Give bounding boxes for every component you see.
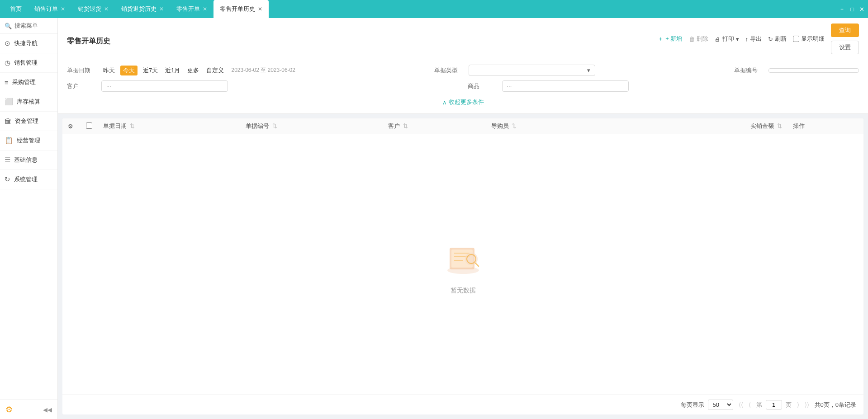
sidebar-item-finance[interactable]: 🏛 资金管理 — [0, 112, 57, 131]
svg-line-8 — [475, 263, 479, 266]
tab-home[interactable]: 首页 — [4, 0, 28, 18]
query-button[interactable]: 查询 — [831, 24, 859, 37]
goods-label: 商品 — [468, 82, 493, 90]
maximize-btn[interactable]: □ — [850, 6, 854, 13]
collapse-sidebar-icon[interactable]: ◀◀ — [43, 406, 52, 413]
sort-customer-icon: ⇅ — [403, 122, 408, 129]
date-opt-custom[interactable]: 自定义 — [204, 66, 226, 75]
th-action: 操作 — [787, 118, 863, 134]
sidebar-item-basic-info[interactable]: ☰ 基础信息 — [0, 151, 57, 170]
inventory-icon: ⬜ — [5, 98, 13, 106]
close-btn[interactable]: ✕ — [859, 6, 864, 13]
content-area: 零售开单历史 ＋ + 新增 🗑 删除 🖨 打印 ▾ ↑ 导出 — [58, 18, 868, 419]
empty-illustration — [441, 234, 486, 279]
print-button[interactable]: 🖨 打印 ▾ — [715, 35, 739, 43]
show-detail-input[interactable] — [793, 36, 799, 42]
sidebar-item-inventory[interactable]: ⬜ 库存核算 — [0, 92, 57, 112]
sidebar-item-purchase-mgmt[interactable]: ≡ 采购管理 — [0, 73, 57, 92]
customer-input[interactable]: ··· — [101, 80, 228, 92]
prev-page-btn[interactable]: ⟨ — [747, 400, 753, 409]
settings-icon[interactable]: ⚙ — [5, 405, 13, 414]
th-no[interactable]: 单据编号 ⇅ — [240, 118, 383, 134]
sidebar-search[interactable]: 🔍 搜索菜单 — [0, 18, 57, 34]
page-title: 零售开单历史 — [67, 37, 110, 46]
export-icon: ↑ — [745, 36, 749, 42]
operations-icon: 📋 — [5, 137, 13, 145]
filter-row-customer: 客户 ··· 商品 ··· — [67, 80, 859, 92]
minimize-btn[interactable]: － — [839, 5, 845, 13]
sidebar-item-sales-mgmt[interactable]: ◷ 销售管理 — [0, 53, 57, 73]
sidebar-item-quick-nav[interactable]: ⊙ 快捷导航 — [0, 34, 57, 53]
new-icon: ＋ — [658, 35, 664, 43]
window-actions: － □ ✕ — [839, 5, 864, 13]
basic-info-icon: ☰ — [5, 156, 10, 164]
show-detail-checkbox[interactable]: 显示明细 — [793, 35, 825, 43]
sales-mgmt-icon: ◷ — [5, 59, 10, 67]
date-opt-1month[interactable]: 近1月 — [163, 66, 182, 75]
tab-retail-open-history[interactable]: 零售开单历史 ✕ — [213, 0, 269, 18]
close-tab-sales-return-history[interactable]: ✕ — [159, 6, 164, 12]
empty-text: 暂无数据 — [451, 287, 476, 295]
doc-type-select[interactable]: ▾ — [469, 65, 595, 76]
customer-label: 客户 — [67, 82, 92, 90]
sidebar-items: ⊙ 快捷导航 ◷ 销售管理 ≡ 采购管理 ⬜ 库存核算 🏛 资金管理 📋 经营管 — [0, 34, 57, 400]
sidebar-footer: ⚙ ◀◀ — [0, 400, 57, 419]
th-date[interactable]: 单据日期 ⇅ — [98, 118, 240, 134]
print-dropdown-icon[interactable]: ▾ — [736, 36, 739, 42]
goods-input[interactable]: ··· — [502, 80, 629, 92]
collapse-more-btn[interactable]: ∧ 收起更多条件 — [67, 96, 859, 108]
page-label: 页 — [784, 400, 793, 410]
filter-row-date: 单据日期 昨天 今天 近7天 近1月 更多 自定义 2023-06-02 至 2… — [67, 65, 859, 76]
doc-no-input[interactable] — [768, 68, 859, 73]
setting-button[interactable]: 设置 — [831, 41, 859, 54]
th-checkbox[interactable] — [81, 118, 98, 134]
first-page-btn[interactable]: ⟨⟨ — [737, 400, 745, 409]
tab-sales-return-history[interactable]: 销货退货历史 ✕ — [115, 0, 170, 18]
last-page-btn[interactable]: ⟩⟩ — [803, 400, 811, 409]
tab-sales-order[interactable]: 销售订单 ✕ — [28, 0, 71, 18]
th-amount[interactable]: 实销金额 ⇅ — [645, 118, 787, 134]
filter-panel: 单据日期 昨天 今天 近7天 近1月 更多 自定义 2023-06-02 至 2… — [58, 59, 868, 114]
print-icon: 🖨 — [715, 36, 721, 42]
table-settings-icon[interactable]: ⚙ — [68, 123, 73, 130]
th-spacer — [608, 118, 645, 134]
per-page-select[interactable]: 50 100 200 — [708, 400, 733, 410]
delete-button[interactable]: 🗑 删除 — [689, 35, 708, 43]
refresh-icon: ↻ — [768, 36, 773, 42]
table-area: ⚙ 单据日期 ⇅ 单据编号 ⇅ — [62, 118, 863, 414]
date-label: 单据日期 — [67, 66, 92, 75]
delete-icon: 🗑 — [689, 36, 695, 42]
page-input[interactable] — [766, 400, 782, 410]
sidebar-item-operations[interactable]: 📋 经营管理 — [0, 131, 57, 151]
sort-amount-icon: ⇅ — [777, 122, 782, 129]
export-button[interactable]: ↑ 导出 — [745, 35, 762, 43]
th-salesperson[interactable]: 导购员 ⇅ — [486, 118, 608, 134]
tab-retail-open[interactable]: 零售开单 ✕ — [170, 0, 213, 18]
close-tab-sales-return[interactable]: ✕ — [104, 6, 109, 12]
page-label-prefix: 第 — [754, 400, 764, 410]
date-range: 2023-06-02 至 2023-06-02 — [231, 66, 295, 74]
page-header: 零售开单历史 ＋ + 新增 🗑 删除 🖨 打印 ▾ ↑ 导出 — [58, 18, 868, 59]
date-opt-today[interactable]: 今天 — [120, 66, 138, 75]
new-button[interactable]: ＋ + 新增 — [658, 35, 682, 43]
tab-sales-return[interactable]: 销货退货 ✕ — [71, 0, 115, 18]
sidebar-item-sys-mgmt[interactable]: ↻ 系统管理 — [0, 170, 57, 189]
close-tab-retail-open[interactable]: ✕ — [203, 6, 207, 12]
doc-type-label: 单据类型 — [434, 66, 460, 75]
close-tab-retail-open-history[interactable]: ✕ — [258, 6, 262, 12]
top-nav-bar: 首页 销售订单 ✕ 销货退货 ✕ 销货退货历史 ✕ 零售开单 ✕ 零售开单历史 … — [0, 0, 868, 18]
close-tab-sales-order[interactable]: ✕ — [61, 6, 65, 12]
doc-type-dropdown-icon: ▾ — [587, 67, 590, 74]
table-header-row: ⚙ 单据日期 ⇅ 单据编号 ⇅ — [62, 118, 863, 134]
sort-salesperson-icon: ⇅ — [512, 122, 517, 129]
page-nav: ⟨⟨ ⟨ 第 页 ⟩ ⟩⟩ — [737, 400, 811, 410]
select-all-checkbox[interactable] — [86, 122, 92, 129]
main-layout: 🔍 搜索菜单 ⊙ 快捷导航 ◷ 销售管理 ≡ 采购管理 ⬜ 库存核算 🏛 资金 — [0, 18, 868, 419]
date-opt-7days[interactable]: 近7天 — [141, 66, 160, 75]
date-opt-yesterday[interactable]: 昨天 — [101, 66, 117, 75]
th-settings[interactable]: ⚙ — [62, 118, 81, 134]
next-page-btn[interactable]: ⟩ — [795, 400, 801, 409]
date-opt-more[interactable]: 更多 — [185, 66, 201, 75]
th-customer[interactable]: 客户 ⇅ — [383, 118, 486, 134]
refresh-button[interactable]: ↻ 刷新 — [768, 35, 787, 43]
